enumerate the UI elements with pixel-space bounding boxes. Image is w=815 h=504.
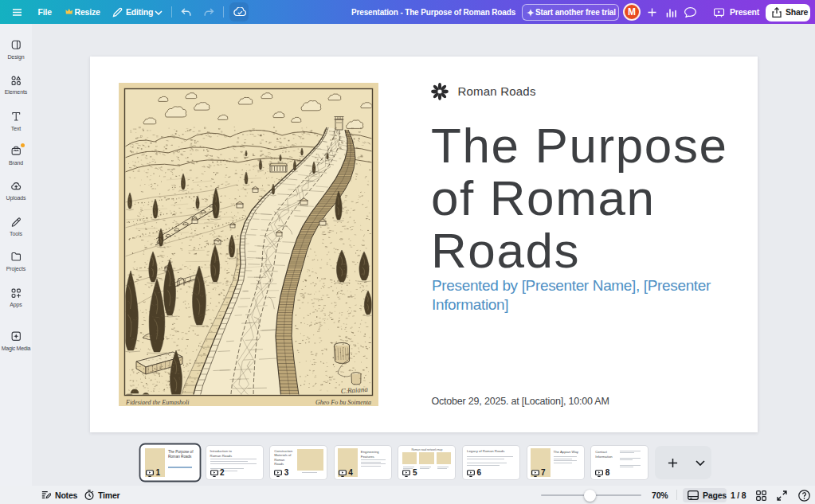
svg-text:Gheo Fo bu Soimenta: Gheo Fo bu Soimenta bbox=[315, 399, 371, 406]
svg-text:Fidesiaed the Eumasholi: Fidesiaed the Eumasholi bbox=[125, 399, 190, 406]
